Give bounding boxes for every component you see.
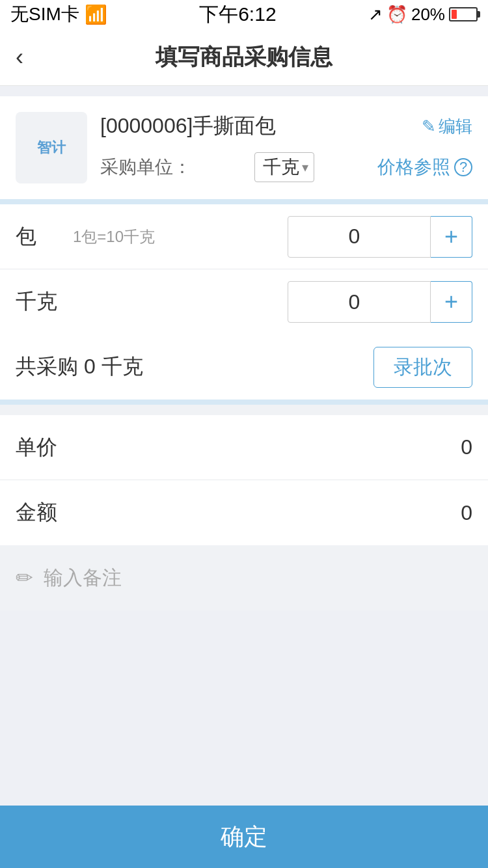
price-ref-button[interactable]: 价格参照 ? (377, 155, 472, 180)
back-button[interactable]: ‹ (16, 44, 23, 71)
row-label-bao: 包 (16, 223, 68, 251)
product-info: [0000006]手撕面包 ✎ 编辑 采购单位： 千克 ▾ 价格参照 ? (100, 112, 472, 182)
info-section: 单价 0 金额 0 (0, 415, 488, 545)
record-batch-button[interactable]: 录批次 (373, 347, 472, 388)
row-label-kg: 千克 (16, 288, 68, 316)
carrier-label: 无SIM卡 (10, 2, 79, 27)
product-name: [0000006]手撕面包 (100, 112, 276, 141)
note-placeholder: 输入备注 (44, 565, 122, 591)
top-divider (0, 86, 488, 96)
input-row-kg: 千克 + (0, 269, 488, 334)
confirm-label: 确定 (221, 821, 267, 853)
note-icon: ✏ (16, 565, 33, 590)
battery-icon (449, 7, 478, 21)
edit-label: 编辑 (439, 115, 472, 138)
confirm-button[interactable]: 确定 (0, 806, 488, 868)
amount-value: 0 (461, 501, 472, 525)
battery-percent: 20% (411, 5, 445, 25)
status-right: ↗ ⏰ 20% (368, 5, 478, 25)
product-image: 智计 (16, 112, 87, 183)
product-card: 智计 [0000006]手撕面包 ✎ 编辑 采购单位： 千克 ▾ 价格参照 ? (0, 96, 488, 199)
row-sublabel-bao: 1包=10千克 (73, 226, 288, 247)
status-left: 无SIM卡 📶 (10, 2, 107, 27)
status-bar: 无SIM卡 📶 下午6:12 ↗ ⏰ 20% (0, 0, 488, 29)
time-label: 下午6:12 (199, 1, 276, 28)
page-title: 填写商品采购信息 (156, 42, 332, 72)
price-ref-label: 价格参照 (377, 155, 450, 180)
info-row-price: 单价 0 (0, 415, 488, 480)
unit-dropdown[interactable]: 千克 ▾ (254, 152, 314, 182)
blue-divider (0, 199, 488, 204)
input-row-bao: 包 1包=10千克 + (0, 204, 488, 269)
note-section[interactable]: ✏ 输入备注 (0, 545, 488, 610)
price-value: 0 (461, 435, 472, 459)
summary-row: 共采购 0 千克 录批次 (0, 334, 488, 400)
qty-wrap-kg: + (288, 281, 472, 323)
alarm-icon: ⏰ (386, 5, 407, 25)
input-section: 包 1包=10千克 + 千克 + (0, 204, 488, 334)
price-label: 单价 (16, 433, 57, 462)
qty-wrap-bao: + (288, 216, 472, 258)
amount-label: 金额 (16, 498, 57, 527)
plus-btn-kg[interactable]: + (431, 281, 472, 323)
location-icon: ↗ (368, 5, 383, 25)
nav-bar: ‹ 填写商品采购信息 (0, 29, 488, 86)
dropdown-arrow-icon: ▾ (302, 159, 308, 175)
product-header: [0000006]手撕面包 ✎ 编辑 (100, 112, 472, 141)
qty-input-bao[interactable] (288, 216, 431, 258)
content-area (0, 610, 488, 832)
unit-label: 采购单位： (100, 155, 191, 180)
price-ref-icon: ? (454, 158, 472, 176)
mid-divider (0, 400, 488, 405)
qty-input-kg[interactable] (288, 281, 431, 323)
info-row-amount: 金额 0 (0, 480, 488, 545)
edit-button[interactable]: ✎ 编辑 (422, 115, 472, 138)
summary-text: 共采购 0 千克 (16, 353, 143, 381)
plus-btn-bao[interactable]: + (431, 216, 472, 258)
edit-icon: ✎ (422, 116, 436, 137)
wifi-icon: 📶 (85, 4, 107, 25)
unit-value: 千克 (263, 155, 299, 180)
product-image-text: 智计 (37, 138, 66, 157)
purchase-unit-row: 采购单位： 千克 ▾ 价格参照 ? (100, 152, 472, 182)
